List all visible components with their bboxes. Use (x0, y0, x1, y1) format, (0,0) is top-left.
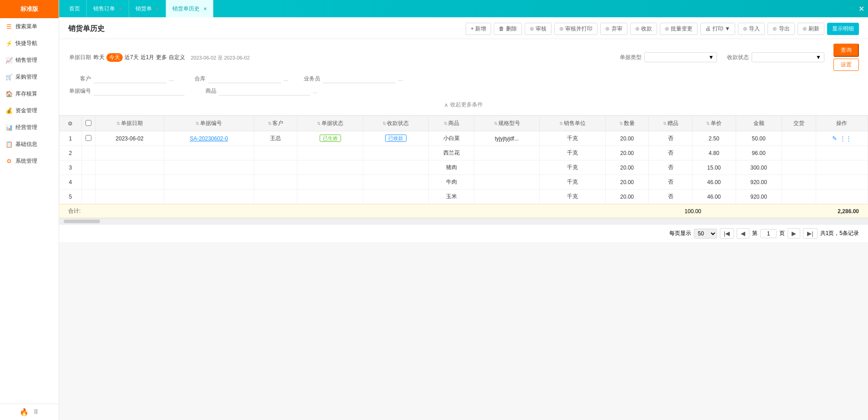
last-page-button[interactable]: ▶| (803, 228, 817, 239)
window-close-button[interactable]: ✕ (858, 5, 864, 13)
sidebar-item-sales-mgmt[interactable]: 📈 销售管理 (0, 52, 59, 69)
col-gift[interactable]: 赠品 (649, 116, 692, 131)
sidebar-item-basic-info[interactable]: 📋 基础信息 (0, 136, 59, 153)
date-tag-custom[interactable]: 自定义 (169, 54, 185, 61)
sidebar-item-inventory[interactable]: 🏠 库存核算 (0, 85, 59, 102)
col-qty[interactable]: 数量 (605, 116, 649, 131)
row-qty: 20.00 (605, 146, 649, 160)
tab-sales-goods[interactable]: 销货单 ✕ (129, 0, 166, 17)
more-actions-icon[interactable]: ⋮⋮ (840, 135, 852, 142)
tab-home[interactable]: 首页 (63, 0, 87, 17)
sidebar-item-system-mgmt[interactable]: ⚙ 系统管理 (0, 153, 59, 170)
abandon-button[interactable]: ⊙ 弃审 (600, 23, 627, 35)
sidebar-item-finance[interactable]: 💰 资金管理 (0, 102, 59, 119)
staff-input[interactable] (323, 75, 396, 83)
col-spec[interactable]: 规格型号 (474, 116, 539, 131)
doc-no-input[interactable] (94, 87, 185, 95)
row-actions[interactable]: ✎⋮⋮ (816, 131, 868, 146)
delete-button[interactable]: 🗑 删除 (494, 23, 522, 35)
tab-sales-history[interactable]: 销货单历史 ✕ (166, 0, 213, 17)
col-action: 操作 (816, 116, 868, 131)
col-gear[interactable]: ⚙ (60, 116, 82, 131)
row-doc-no[interactable]: SA-20230602-0 (164, 131, 254, 146)
audit-print-button[interactable]: ⊙ 审核并打印 (554, 23, 597, 35)
scrollbar-thumb[interactable] (64, 220, 100, 223)
export-button[interactable]: ⊙ 导出 (768, 23, 794, 35)
set-button[interactable]: 设置 (833, 59, 859, 71)
warehouse-dots[interactable]: ... (284, 76, 288, 82)
horizontal-scrollbar[interactable] (59, 218, 868, 224)
audit-button[interactable]: ⊙ 审核 (525, 23, 552, 35)
filter-customer: 客户 ... (68, 75, 174, 83)
staff-label: 业务员 (297, 75, 320, 83)
filter-staff: 业务员 ... (297, 75, 403, 83)
sidebar-item-quick-nav[interactable]: ⚡ 快捷导航 (0, 35, 59, 52)
sidebar-item-search-menu[interactable]: ☰ 搜索菜单 (0, 18, 59, 35)
next-page-button[interactable]: ▶ (788, 228, 800, 239)
show-detail-button[interactable]: 显示明细 (827, 23, 859, 35)
edit-icon[interactable]: ✎ (832, 135, 837, 142)
collect-status-select[interactable]: ▼ (752, 52, 824, 62)
row-doc-date (95, 175, 164, 190)
pause-icon[interactable]: ⏸ (32, 408, 40, 416)
doc-no-link[interactable]: SA-20230602-0 (190, 135, 228, 142)
row-doc-no[interactable] (164, 190, 254, 204)
new-button[interactable]: + 新增 (466, 23, 491, 35)
col-doc-date[interactable]: 单据日期 (95, 116, 164, 131)
refresh-button[interactable]: ⊙ 刷新 (798, 23, 824, 35)
date-tag-yesterday[interactable]: 昨天 (94, 54, 105, 61)
select-all-checkbox[interactable] (85, 120, 91, 126)
tab-sales-goods-close[interactable]: ✕ (156, 6, 159, 11)
date-tag-1month[interactable]: 近1月 (140, 54, 155, 61)
row-checkbox (81, 160, 95, 175)
date-tag-more[interactable]: 更多 (156, 54, 167, 61)
chevron-up-icon: ∧ (444, 102, 448, 108)
per-page-select[interactable]: 50 100 200 (694, 229, 717, 239)
import-button[interactable]: ⊙ 导入 (738, 23, 765, 35)
tab-sales-order-close[interactable]: ✕ (119, 6, 122, 11)
row-customer (254, 175, 297, 190)
warehouse-input[interactable] (208, 75, 281, 83)
date-tag-7days[interactable]: 近7天 (125, 54, 139, 61)
col-customer[interactable]: 客户 (254, 116, 297, 131)
row-doc-no[interactable] (164, 146, 254, 160)
row-doc-no[interactable] (164, 160, 254, 175)
goods-dots[interactable]: ... (313, 88, 317, 95)
staff-dots[interactable]: ... (398, 76, 403, 82)
col-goods[interactable]: 商品 (429, 116, 474, 131)
sidebar-item-operations[interactable]: 📊 经营管理 (0, 119, 59, 136)
row-spec (474, 146, 539, 160)
col-checkbox[interactable] (81, 116, 95, 131)
tab-sales-order[interactable]: 销售订单 ✕ (87, 0, 129, 17)
page-number-input[interactable] (760, 229, 777, 238)
col-price[interactable]: 单价 (692, 116, 736, 131)
main-area: 首页 销售订单 ✕ 销货单 ✕ 销货单历史 ✕ ✕ 销货单历史 + 新增 🗑 删… (59, 0, 868, 420)
goods-input[interactable] (219, 87, 310, 95)
tab-sales-history-close[interactable]: ✕ (203, 6, 207, 11)
customer-input[interactable] (94, 75, 166, 83)
collect-button[interactable]: ⊙ 收款 (630, 23, 657, 35)
col-trade: 交货 (782, 116, 816, 131)
row-amount: 920.00 (736, 175, 782, 190)
col-doc-no[interactable]: 单据编号 (164, 116, 254, 131)
customer-dots[interactable]: ... (169, 76, 174, 82)
print-button[interactable]: 🖨 打印 ▼ (700, 23, 735, 35)
page-label-2: 页 (779, 230, 785, 237)
row-doc-no[interactable] (164, 175, 254, 190)
query-button[interactable]: 查询 (833, 44, 859, 57)
date-tag-today[interactable]: 今天 (106, 53, 123, 62)
sidebar-item-purchase-mgmt[interactable]: 🛒 采购管理 (0, 69, 59, 85)
col-unit[interactable]: 销售单位 (540, 116, 605, 131)
fire-icon[interactable]: 🔥 (20, 408, 29, 416)
prev-page-button[interactable]: ◀ (737, 228, 749, 239)
table-footer: 合计: 100.00 2,286.00 (59, 204, 868, 218)
collapse-button[interactable]: ∧ 收起更多条件 (68, 99, 859, 110)
first-page-button[interactable]: |◀ (720, 228, 734, 239)
batch-change-button[interactable]: ⊙ 批量变更 (660, 23, 697, 35)
col-doc-status[interactable]: 单据状态 (297, 116, 363, 131)
doc-type-select[interactable]: ▼ (644, 52, 717, 62)
col-amount: 金额 (736, 116, 782, 131)
col-collect-status[interactable]: 收款状态 (363, 116, 428, 131)
filter-row-1: 单据日期 昨天 今天 近7天 近1月 更多 自定义 2023-06-02 至 2… (68, 44, 859, 71)
row-select-checkbox[interactable] (85, 135, 91, 141)
